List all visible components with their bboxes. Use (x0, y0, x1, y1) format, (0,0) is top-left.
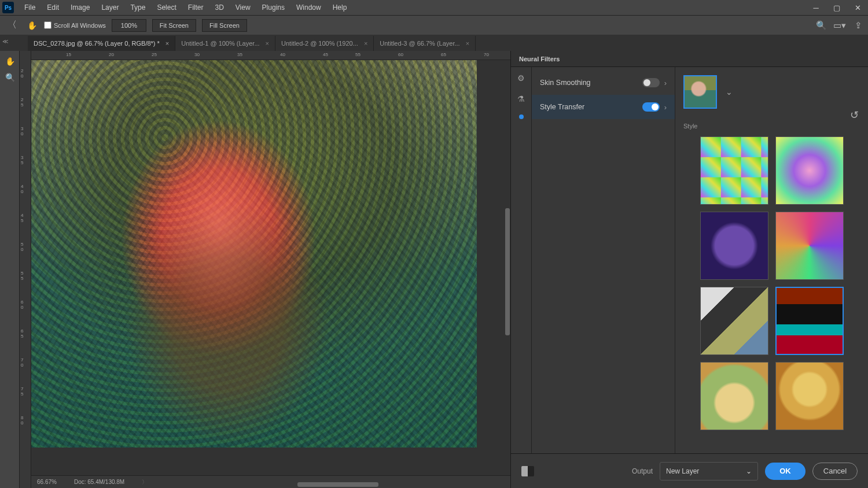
document-canvas[interactable] (31, 60, 477, 448)
reset-icon[interactable]: ↺ (850, 109, 859, 121)
menu-window[interactable]: Window (290, 1, 327, 14)
menu-file[interactable]: File (19, 1, 41, 14)
workspace-switcher-icon[interactable]: ▭▾ (834, 20, 845, 31)
style-preset-1[interactable] (700, 136, 768, 205)
before-after-toggle-icon[interactable] (521, 466, 534, 476)
menu-layer[interactable]: Layer (95, 1, 124, 14)
fill-screen-button[interactable]: Fill Screen (202, 19, 247, 32)
tab-label: DSC_0278.jpg @ 66.7% (Layer 0, RGB/8*) * (34, 40, 160, 47)
filter-skin-smoothing[interactable]: Skin Smoothing› (532, 71, 675, 95)
close-tab-icon[interactable]: × (165, 40, 169, 47)
tab-label: Untitled-3 @ 66.7% (Layer... (380, 40, 459, 47)
filter-toggle[interactable] (642, 78, 660, 87)
menu-filter[interactable]: Filter (182, 1, 209, 14)
zoom-level-field[interactable]: 100% (112, 19, 146, 32)
active-category-indicator (519, 114, 524, 119)
search-icon[interactable]: 🔍 (816, 20, 826, 31)
document-tab[interactable]: Untitled-3 @ 66.7% (Layer...× (374, 36, 476, 51)
tab-label: Untitled-2 @ 100% (1920... (281, 40, 358, 47)
chevron-right-icon: › (664, 103, 667, 112)
zoom-readout: 66.67% (37, 479, 57, 485)
filter-style-transfer[interactable]: Style Transfer› (532, 95, 675, 119)
menu-edit[interactable]: Edit (41, 1, 65, 14)
ok-button[interactable]: OK (765, 463, 806, 480)
horizontal-ruler: 1520253035404555606570 (31, 51, 510, 60)
filter-label: Skin Smoothing (540, 79, 591, 87)
menu-plugins[interactable]: Plugins (256, 1, 290, 14)
style-preset-3[interactable] (700, 212, 768, 280)
filter-label: Style Transfer (540, 103, 584, 111)
share-icon[interactable]: ⇪ (853, 20, 863, 31)
style-preset-5[interactable] (700, 287, 768, 355)
menu-type[interactable]: Type (124, 1, 151, 14)
cancel-button[interactable]: Cancel (812, 463, 858, 480)
document-tab[interactable]: DSC_0278.jpg @ 66.7% (Layer 0, RGB/8*) *… (28, 36, 175, 51)
home-back-button[interactable]: 〈 (5, 18, 20, 33)
style-preset-8[interactable] (775, 362, 844, 430)
menu-view[interactable]: View (230, 1, 256, 14)
output-label: Output (632, 467, 653, 475)
tab-label: Untitled-1 @ 100% (Layer... (181, 40, 259, 47)
tab-overflow-icon[interactable]: ≪ (2, 38, 8, 45)
style-preset-2[interactable] (775, 136, 844, 205)
filter-toggle[interactable] (642, 102, 660, 112)
output-dropdown[interactable]: New Layer⌄ (660, 462, 758, 480)
app-logo: Ps (2, 2, 14, 13)
source-preview-thumbnail[interactable] (683, 75, 717, 109)
status-bar: 66.67% Doc: 65.4M/130.8M 〉 (31, 475, 510, 488)
close-tab-icon[interactable]: × (466, 40, 469, 47)
menu-help[interactable]: Help (327, 1, 353, 14)
document-tab[interactable]: Untitled-1 @ 100% (Layer...× (175, 36, 275, 51)
neural-filters-panel-tab: Neural Filters (511, 51, 868, 67)
style-preset-7[interactable] (700, 362, 768, 430)
chevron-down-icon: ⌄ (746, 467, 752, 475)
zoom-tool[interactable]: 🔍 (0, 69, 20, 86)
style-preset-4[interactable] (775, 212, 844, 280)
horizontal-scrollbar[interactable] (182, 482, 502, 487)
hand-tool[interactable]: ✋ (0, 53, 20, 69)
scroll-all-windows-checkbox[interactable]: Scroll All Windows (44, 21, 106, 29)
vertical-scrollbar[interactable] (505, 69, 510, 475)
maximize-button[interactable]: ▢ (826, 0, 847, 15)
minimize-button[interactable]: ─ (806, 0, 826, 15)
style-section-label: Style (683, 123, 860, 130)
menu-select[interactable]: Select (151, 1, 182, 14)
vertical-ruler: 20253035404550556065707580 (20, 51, 31, 488)
document-tab[interactable]: Untitled-2 @ 100% (1920...× (275, 36, 374, 51)
style-preset-6[interactable] (775, 287, 844, 355)
close-tab-icon[interactable]: × (266, 40, 269, 47)
close-tab-icon[interactable]: × (364, 40, 367, 47)
beaker-icon[interactable]: ⚗ (516, 94, 527, 104)
hand-tool-icon: ✋ (25, 19, 38, 32)
menu-3d[interactable]: 3D (209, 1, 229, 14)
menu-image[interactable]: Image (65, 1, 95, 14)
fit-screen-button[interactable]: Fit Screen (152, 19, 196, 32)
doc-size-readout: Doc: 65.4M/130.8M (74, 479, 124, 485)
chevron-right-icon: › (664, 79, 667, 87)
source-layer-dropdown[interactable]: ⌄ (723, 86, 735, 98)
close-button[interactable]: ✕ (847, 0, 868, 15)
filter-settings-icon[interactable]: ⚙ (516, 73, 527, 83)
